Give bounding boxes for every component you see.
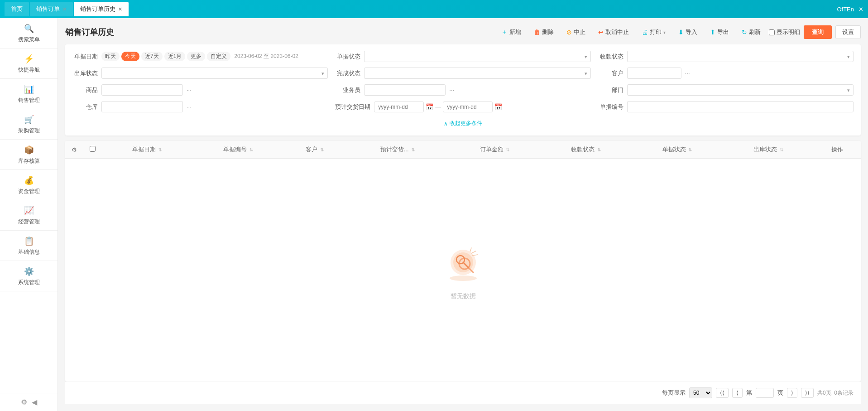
delivery-status-select-wrapper	[101, 68, 328, 79]
filter-order-number: 单据编号	[598, 101, 854, 112]
tab-sales-order-history-close[interactable]: ✕	[118, 6, 122, 12]
warehouse-ellipsis[interactable]: ···	[187, 103, 192, 110]
sidebar-settings-icon[interactable]: ⚙	[21, 398, 27, 406]
payment-status-select[interactable]	[627, 51, 854, 62]
order-number-input[interactable]	[627, 101, 854, 112]
sidebar-item-inventory[interactable]: 📦 库存核算	[0, 140, 58, 170]
col-delivery-date-sort[interactable]: ⇅	[411, 147, 415, 152]
export-button[interactable]: ⬆ 导出	[705, 26, 734, 39]
sidebar-item-operations[interactable]: 📈 经营管理	[0, 200, 58, 231]
sidebar-collapse-icon[interactable]: ◀	[32, 398, 37, 406]
cancel-button[interactable]: ↩ 取消中止	[594, 26, 633, 39]
sidebar-item-purchase-mgmt[interactable]: 🛒 采购管理	[0, 109, 58, 140]
table-checkbox-th[interactable]	[83, 141, 101, 159]
salesperson-input[interactable]	[364, 84, 446, 96]
pagination: 每页显示 50 10 20 100 ⟨⟨ ⟨ 第 1 页 ⟩ ⟩⟩ 共0页, 0…	[65, 382, 861, 404]
delivery-status-select[interactable]	[101, 68, 328, 79]
tab-sales-order[interactable]: 销售订单 ✕	[30, 2, 73, 16]
table-select-all[interactable]	[90, 146, 96, 152]
col-number-sort[interactable]: ⇅	[249, 147, 253, 152]
date-tag-7days[interactable]: 近7天	[141, 52, 163, 61]
delete-button[interactable]: 🗑 删除	[529, 26, 558, 39]
date-tag-custom[interactable]: 自定义	[207, 52, 230, 61]
tab-home[interactable]: 首页	[5, 2, 29, 16]
delivery-date-end-calendar[interactable]: 📅	[494, 103, 502, 111]
import-button[interactable]: ⬇ 导入	[674, 26, 702, 39]
col-amount-sort[interactable]: ⇅	[506, 147, 509, 152]
col-date[interactable]: 单据日期 ⇅	[101, 141, 192, 159]
col-order-status-sort[interactable]: ⇅	[688, 147, 692, 152]
customer-ellipsis[interactable]: ···	[685, 70, 690, 77]
sidebar-item-finance[interactable]: 💰 资金管理	[0, 170, 58, 200]
goods-control: ···	[101, 84, 328, 96]
col-payment-status[interactable]: 收款状态 ⇅	[540, 141, 631, 159]
prev-page-button[interactable]: ⟨	[732, 388, 743, 398]
query-button[interactable]: 查询	[804, 25, 832, 39]
date-tag-today[interactable]: 今天	[121, 52, 139, 61]
setting-button[interactable]: 设置	[835, 25, 861, 39]
customer-input[interactable]	[627, 68, 681, 79]
sidebar-item-inventory-label: 库存核算	[18, 157, 40, 165]
col-order-status[interactable]: 单据状态 ⇅	[632, 141, 723, 159]
col-delivery-date[interactable]: 预计交货... ⇅	[346, 141, 449, 159]
order-status-select[interactable]	[364, 51, 590, 62]
topbar-close-icon[interactable]: ✕	[858, 6, 863, 13]
date-tag-1month[interactable]: 近1月	[164, 52, 186, 61]
date-range-display: 2023-06-02 至 2023-06-02	[234, 53, 298, 60]
filter-warehouse: 仓库 ···	[72, 101, 328, 112]
print-dropdown-icon[interactable]: ▾	[663, 30, 666, 35]
sidebar-item-search-menu[interactable]: 🔍 搜索菜单	[0, 18, 58, 48]
show-detail-checkbox[interactable]	[769, 29, 775, 35]
delivery-date-start-calendar[interactable]: 📅	[426, 103, 433, 111]
sidebar-item-sales-mgmt[interactable]: 📊 销售管理	[0, 79, 58, 109]
tab-sales-order-history[interactable]: 销售订单历史 ✕	[74, 2, 129, 16]
page-size-select[interactable]: 50 10 20 100	[689, 387, 712, 398]
last-page-button[interactable]: ⟩⟩	[801, 388, 814, 398]
goods-ellipsis[interactable]: ···	[187, 87, 192, 93]
table-settings-th[interactable]: ⚙	[65, 141, 83, 159]
col-delivery-status[interactable]: 出库状态 ⇅	[723, 141, 814, 159]
col-number[interactable]: 单据编号 ⇅	[192, 141, 283, 159]
page-number-input[interactable]: 1	[756, 388, 774, 398]
complete-status-select[interactable]	[364, 68, 590, 79]
department-label: 部门	[598, 86, 623, 94]
stop-button[interactable]: ⊘ 中止	[562, 26, 590, 39]
col-delivery-status-sort[interactable]: ⇅	[780, 147, 783, 152]
date-tag-more[interactable]: 更多	[187, 52, 205, 61]
new-button[interactable]: ＋ 新增	[497, 26, 526, 39]
delivery-date-end-input[interactable]	[443, 102, 493, 112]
sidebar-item-basic-info[interactable]: 📋 基础信息	[0, 231, 58, 261]
sidebar: 🔍 搜索菜单 ⚡ 快捷导航 📊 销售管理 🛒 采购管理 📦 库存核算 💰 资金管…	[0, 18, 58, 411]
first-page-button[interactable]: ⟨⟨	[716, 388, 729, 398]
filter-row-1: 单据日期 昨天 今天 近7天 近1月 更多 自定义 2023-06-02 至 2…	[72, 51, 854, 62]
col-payment-status-sort[interactable]: ⇅	[597, 147, 601, 152]
col-amount[interactable]: 订单金额 ⇅	[449, 141, 540, 159]
print-button[interactable]: 🖨 打印 ▾	[637, 26, 670, 39]
empty-area: 暂无数据	[65, 159, 861, 382]
empty-text: 暂无数据	[451, 292, 476, 300]
warehouse-input[interactable]	[101, 101, 183, 112]
sidebar-item-system-mgmt[interactable]: ⚙️ 系统管理	[0, 261, 58, 291]
top-bar: 首页 销售订单 ✕ 销售订单历史 ✕ OfTEn ✕	[0, 0, 868, 18]
sidebar-item-quick-nav[interactable]: ⚡ 快捷导航	[0, 48, 58, 79]
date-tag-yesterday[interactable]: 昨天	[101, 52, 120, 61]
show-detail-checkbox-label[interactable]: 显示明细	[769, 28, 800, 36]
delete-icon: 🗑	[534, 29, 540, 36]
col-customer-sort[interactable]: ⇅	[320, 147, 324, 152]
salesperson-ellipsis[interactable]: ···	[449, 87, 454, 93]
refresh-button[interactable]: ↻ 刷新	[737, 26, 765, 39]
department-select[interactable]	[627, 84, 854, 96]
svg-point-0	[450, 276, 477, 281]
next-page-button[interactable]: ⟩	[787, 388, 797, 398]
complete-status-select-wrapper	[364, 68, 590, 79]
system-mgmt-icon: ⚙️	[24, 266, 34, 276]
sidebar-item-system-mgmt-label: 系统管理	[18, 279, 40, 286]
goods-input[interactable]	[101, 84, 183, 96]
col-date-sort[interactable]: ⇅	[158, 147, 162, 152]
delivery-date-start-input[interactable]	[374, 102, 424, 112]
col-customer[interactable]: 客户 ⇅	[284, 141, 346, 159]
collapse-row[interactable]: ∧ 收起更多条件	[72, 118, 854, 129]
purchase-mgmt-icon: 🛒	[24, 115, 34, 125]
order-status-label: 单据状态	[335, 53, 360, 61]
tab-sales-order-close[interactable]: ✕	[62, 6, 67, 12]
